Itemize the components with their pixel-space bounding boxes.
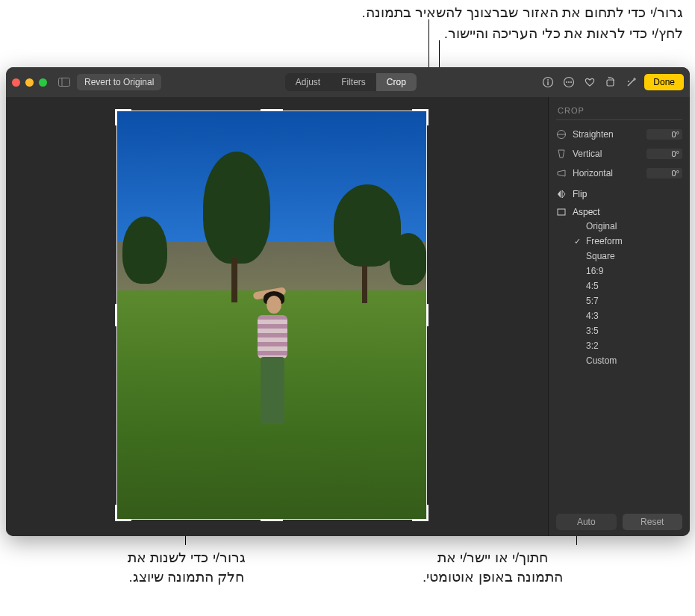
callout-drag-area: גרור/י כדי לתחום את האזור שברצונך להשאיר… xyxy=(265,3,683,22)
vertical-perspective-icon xyxy=(556,149,570,159)
rotate-icon[interactable] xyxy=(602,74,619,90)
aspect-custom[interactable]: Custom xyxy=(574,353,682,368)
leader-line xyxy=(439,40,440,70)
crop-outline xyxy=(116,111,427,520)
more-icon[interactable] xyxy=(561,74,577,90)
callout-drag-border: גרור/י כדי לשנות את חלק התמונה שיוצג. xyxy=(90,548,284,586)
inspector-footer: Auto Reset xyxy=(556,514,682,530)
crop-handle-tl[interactable] xyxy=(115,109,131,125)
aspect-57[interactable]: 5:7 xyxy=(574,293,682,308)
aspect-original[interactable]: Original xyxy=(574,219,682,234)
aspect-169-label: 16:9 xyxy=(586,266,603,276)
svg-rect-4 xyxy=(548,81,549,85)
straighten-row[interactable]: Straighten 0° xyxy=(556,127,682,142)
aspect-label: Aspect xyxy=(570,207,600,217)
flip-row[interactable]: Flip xyxy=(556,189,682,199)
crop-handle-tr[interactable] xyxy=(412,109,428,125)
aspect-freeform[interactable]: ✓Freeform xyxy=(574,234,682,249)
crop-handle-br[interactable] xyxy=(412,505,428,521)
aspect-45-label: 4:5 xyxy=(586,281,599,291)
aspect-35-label: 3:5 xyxy=(586,326,599,336)
close-button[interactable] xyxy=(12,78,20,87)
aspect-43[interactable]: 4:3 xyxy=(574,308,682,323)
svg-rect-9 xyxy=(607,80,614,86)
aspect-32[interactable]: 3:2 xyxy=(574,338,682,353)
canvas xyxy=(6,97,548,536)
aspect-square-label: Square xyxy=(586,251,615,261)
svg-rect-12 xyxy=(558,209,565,215)
crop-handle-bl[interactable] xyxy=(115,505,131,521)
horizontal-value[interactable]: 0° xyxy=(646,168,682,178)
svg-point-7 xyxy=(568,81,570,83)
edit-mode-tabs: Adjust Filters Crop xyxy=(285,73,417,91)
flip-label: Flip xyxy=(570,189,587,199)
callout-drag-border-l1: גרור/י כדי לשנות את xyxy=(90,548,284,567)
crop-region[interactable] xyxy=(116,111,427,520)
aspect-45[interactable]: 4:5 xyxy=(574,279,682,293)
vertical-value[interactable]: 0° xyxy=(646,149,682,159)
callout-crop-tab: לחץ/י כדי לראות את כלי העריכה והיישור. xyxy=(295,24,683,43)
vertical-label: Vertical xyxy=(570,149,646,159)
fullscreen-button[interactable] xyxy=(39,78,47,87)
reset-button[interactable]: Reset xyxy=(623,514,683,530)
auto-enhance-icon[interactable] xyxy=(623,74,640,90)
aspect-43-label: 4:3 xyxy=(586,311,599,321)
window-controls xyxy=(12,78,47,87)
sidebar-toggle-icon[interactable] xyxy=(56,74,72,90)
aspect-row[interactable]: Aspect xyxy=(556,207,682,217)
favorite-icon[interactable] xyxy=(582,74,598,90)
crop-handle-right[interactable] xyxy=(426,304,428,326)
straighten-icon xyxy=(556,129,570,140)
done-button[interactable]: Done xyxy=(644,74,684,90)
auto-button[interactable]: Auto xyxy=(556,514,617,530)
aspect-icon xyxy=(556,207,570,217)
photos-editor-window: Revert to Original Adjust Filters Crop D… xyxy=(6,67,690,536)
callout-auto: חתוך/י או יישר/י את התמונה באופן אוטומטי… xyxy=(396,548,590,586)
crop-handle-top[interactable] xyxy=(261,109,283,111)
tab-adjust[interactable]: Adjust xyxy=(285,73,331,91)
straighten-value[interactable]: 0° xyxy=(646,129,682,140)
aspect-freeform-label: Freeform xyxy=(586,236,623,246)
svg-point-6 xyxy=(566,81,567,83)
minimize-button[interactable] xyxy=(25,78,34,87)
aspect-original-label: Original xyxy=(586,221,617,231)
editor-body: CROP Straighten 0° Vertical 0° Horizo xyxy=(6,97,690,536)
aspect-57-label: 5:7 xyxy=(586,296,599,306)
aspect-square[interactable]: Square xyxy=(574,249,682,264)
tab-filters[interactable]: Filters xyxy=(331,73,376,91)
callout-auto-l1: חתוך/י או יישר/י את xyxy=(396,548,590,567)
horizontal-perspective-icon xyxy=(556,168,570,178)
crop-handle-bottom[interactable] xyxy=(261,519,283,521)
svg-point-3 xyxy=(547,79,549,81)
toolbar: Revert to Original Adjust Filters Crop D… xyxy=(6,67,690,98)
flip-icon xyxy=(556,189,570,199)
panel-title: CROP xyxy=(556,105,682,120)
horizontal-label: Horizontal xyxy=(570,168,646,178)
tab-crop[interactable]: Crop xyxy=(376,73,417,91)
callout-drag-border-l2: חלק התמונה שיוצג. xyxy=(90,567,284,587)
aspect-32-label: 3:2 xyxy=(586,340,599,351)
vertical-row[interactable]: Vertical 0° xyxy=(556,146,682,161)
svg-rect-0 xyxy=(59,78,70,87)
callout-auto-l2: התמונה באופן אוטומטי. xyxy=(396,567,590,587)
horizontal-row[interactable]: Horizontal 0° xyxy=(556,166,682,181)
svg-point-8 xyxy=(570,81,572,83)
crop-handle-left[interactable] xyxy=(115,304,117,326)
aspect-list: Original ✓Freeform Square 16:9 4:5 5:7 4… xyxy=(556,219,682,368)
aspect-35[interactable]: 3:5 xyxy=(574,323,682,338)
aspect-custom-label: Custom xyxy=(586,355,617,366)
straighten-label: Straighten xyxy=(570,129,646,140)
aspect-169[interactable]: 16:9 xyxy=(574,264,682,279)
info-icon[interactable] xyxy=(540,74,556,90)
crop-inspector: CROP Straighten 0° Vertical 0° Horizo xyxy=(548,97,690,536)
revert-button[interactable]: Revert to Original xyxy=(77,74,161,90)
